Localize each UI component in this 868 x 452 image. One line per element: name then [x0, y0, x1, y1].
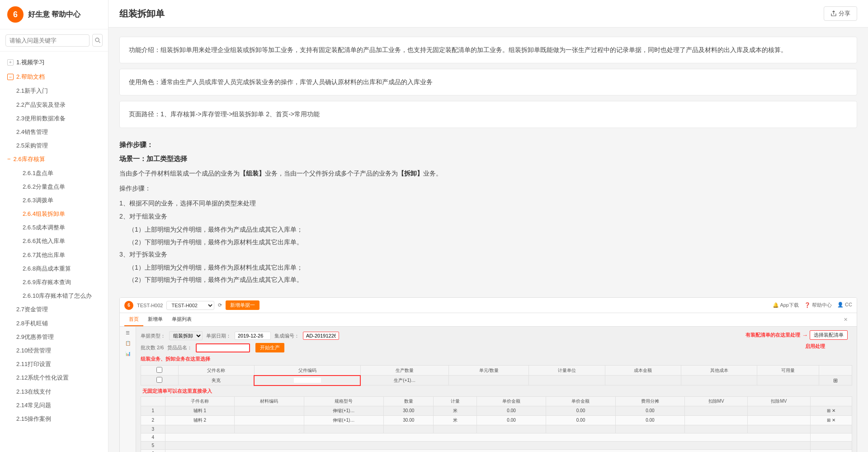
- sidebar-item-video[interactable]: + 1.视频学习: [0, 55, 108, 70]
- svg-point-0: [95, 38, 99, 42]
- screenshot-area: 6 TEST-H002 TEST-H002 ⟳ 新增单据一 🔔 App下载 ❓ …: [119, 297, 857, 452]
- page-title: 组装拆卸单: [119, 8, 165, 20]
- sidebar-item-assembly[interactable]: 2.6.4组装拆卸单: [0, 207, 108, 221]
- ss-bth-uom: 计量: [434, 396, 477, 406]
- sidebar-item-settings[interactable]: 2.12系统个性化设置: [0, 371, 108, 385]
- sidebar-item-docs[interactable]: − 2.帮助文档: [0, 70, 108, 84]
- sidebar-item-payment[interactable]: 2.13在线支付: [0, 385, 108, 399]
- ss-btd-mv2-1: [748, 406, 811, 415]
- sidebar-item-install[interactable]: 2.2产品安装及登录: [0, 98, 108, 112]
- ss-btd-cb2: 2: [141, 415, 165, 425]
- ss-pcode-input[interactable]: [294, 378, 321, 383]
- ss-copy-icon2[interactable]: ⊞: [827, 418, 830, 423]
- ss-annotation1-area: 有装配清单的在这里处理 → 选择装配清单: [745, 330, 848, 340]
- ss-btd-mv2-3: [748, 425, 811, 433]
- ss-btd-qty2: 30.00: [384, 415, 434, 425]
- sidebar-item-mobile[interactable]: 2.8手机旺铺: [0, 317, 108, 330]
- sidebar-item-sales[interactable]: 2.4销售管理: [0, 125, 108, 139]
- sidebar-item-data-prep[interactable]: 2.3使用前数据准备: [0, 112, 108, 125]
- app-brand: 好生意 帮助中心: [28, 10, 80, 19]
- sidebar-item-stock-count[interactable]: 2.6.1盘点单: [0, 167, 108, 180]
- sidebar-item-finance[interactable]: 2.7资金管理: [0, 303, 108, 316]
- sidebar-item-print[interactable]: 2.11打印设置: [0, 357, 108, 371]
- sidebar-header: 6 好生意 帮助中心: [0, 0, 108, 29]
- ss-bth-mat-code: 材料编码: [235, 396, 304, 406]
- ss-btd-cb1: 1: [141, 406, 165, 415]
- step1: 1、根据不同的业务，选择不同单据的类型来处理: [119, 198, 857, 209]
- logo-icon: 6: [7, 6, 24, 23]
- ss-goodsname-label: 货品品名：: [167, 344, 192, 351]
- ss-td-ocost1: [681, 376, 757, 385]
- ss-th-parent-name: 父件名称: [178, 366, 254, 376]
- screenshot-inner: 6 TEST-H002 TEST-H002 ⟳ 新增单据一 🔔 App下载 ❓ …: [120, 298, 857, 452]
- ss-nav-new[interactable]: 新增单: [143, 313, 167, 326]
- table-row: 3: [141, 425, 852, 433]
- ss-user-icon: 👤 CC: [837, 302, 852, 309]
- main-header: 组装拆卸单 分享: [108, 0, 868, 28]
- sidebar-item-faq[interactable]: 2.14常见问题: [0, 399, 108, 412]
- ss-btd-p4: 0.00: [546, 415, 615, 425]
- sidebar-item-purchase[interactable]: 2.5采购管理: [0, 139, 108, 152]
- ss-btd-empty6: [165, 449, 810, 452]
- steps-section: 操作步骤： 场景一：加工类型选择 当由多个子件材料组装成一个成品的业务为【组装】…: [119, 133, 857, 290]
- ss-annotation4-text: 无固定清单可以在这里直接录入: [141, 388, 852, 395]
- search-box: [0, 29, 108, 52]
- ss-close-btn[interactable]: ✕: [839, 314, 852, 325]
- ss-top-table: 父件名称 父件编码 生产数量 单元/数量 计量单位 成本金额 其他成本 可用量: [141, 365, 852, 386]
- ss-btd-mv2-2: [748, 415, 811, 425]
- ss-btd-mv1-1: [685, 406, 748, 415]
- sidebar-item-partial-count[interactable]: 2.6.2分量盘点单: [0, 180, 108, 194]
- ss-btd-alloc3: [615, 425, 684, 433]
- ss-btd-mc1: [235, 406, 304, 415]
- ss-btd-uom2: 米: [434, 415, 477, 425]
- step3-2: （2）下部明细为子件明细，最终作为产成品生成其它入库单。: [119, 274, 857, 285]
- sidebar-item-other-in[interactable]: 2.6.6其他入库单: [0, 234, 108, 248]
- sidebar-item-cost-adjust[interactable]: 2.6.5成本调整单: [0, 221, 108, 234]
- ss-goods-input[interactable]: [196, 343, 250, 352]
- sidebar-item-cases[interactable]: 2.15操作案例: [0, 412, 108, 426]
- sidebar-item-other-out[interactable]: 2.6.7其他出库单: [0, 248, 108, 262]
- share-icon: [830, 10, 837, 17]
- sidebar-item-operation[interactable]: 2.10经营管理: [0, 344, 108, 357]
- ss-no-input[interactable]: [303, 332, 339, 340]
- sidebar-item-inventory-query[interactable]: 2.6.9库存账本查询: [0, 276, 108, 289]
- ss-start-btn[interactable]: 开始生产: [255, 343, 284, 352]
- step2-2: （2）下部明细为子件明细，最终作为原材料生成其它出库单。: [119, 237, 857, 248]
- step3-1: （1）上部明细为父件明细，最终作为原材料生成其它出库单；: [119, 262, 857, 273]
- role-block: 使用角色：通常由生产人员或库管人员完成拆装业务的操作，库管人员确认原材料的出库和…: [119, 69, 857, 95]
- share-button[interactable]: 分享: [824, 6, 857, 21]
- sidebar-item-inventory-fix[interactable]: 2.6.10库存账本错了怎么办: [0, 289, 108, 303]
- sidebar-item-coupon[interactable]: 2.9优惠券管理: [0, 330, 108, 344]
- ss-del-icon2[interactable]: ✕: [832, 418, 835, 423]
- sidebar-item-inventory[interactable]: − 2.6库存核算: [0, 152, 108, 166]
- sidebar-item-beginner[interactable]: 2.1新手入门: [0, 84, 108, 98]
- ss-btd-mc3: [235, 425, 304, 433]
- ss-new-btn[interactable]: 新增单据一: [226, 300, 259, 310]
- ss-company-select[interactable]: TEST-H002: [166, 301, 214, 310]
- ss-date-input[interactable]: [235, 332, 271, 340]
- ss-gap: [141, 355, 852, 363]
- ss-btn-select-template[interactable]: 选择装配清单: [810, 330, 848, 340]
- ss-nav-home[interactable]: 首页: [124, 313, 143, 326]
- expand-icon: +: [7, 59, 14, 66]
- ss-btd-cn2: 辅料 2: [165, 415, 234, 425]
- sidebar-item-cost-recalc[interactable]: 2.6.8商品成本重算: [0, 262, 108, 276]
- ss-btd-mv1-2: [685, 415, 748, 425]
- ss-expand-icon[interactable]: ⊞: [833, 377, 838, 384]
- ss-del-icon[interactable]: ✕: [832, 408, 835, 413]
- ss-company: TEST-H002: [137, 303, 163, 308]
- ss-btd-empty5: [165, 441, 810, 449]
- ss-select-all[interactable]: [156, 367, 162, 373]
- ss-bth-child-name: 子件名称: [165, 396, 234, 406]
- search-input[interactable]: [5, 34, 90, 47]
- sidebar-item-transfer[interactable]: 2.6.3调拨单: [0, 194, 108, 207]
- ss-th-available: 可用量: [757, 366, 819, 376]
- search-button[interactable]: [92, 34, 103, 47]
- ss-copy-icon[interactable]: ⊞: [827, 408, 830, 413]
- ss-btd-act6: [810, 449, 852, 452]
- ss-nav-list[interactable]: 单据列表: [167, 313, 196, 326]
- ss-bth-alloc: 费用分摊: [615, 396, 684, 406]
- ss-arrow1: →: [802, 332, 808, 338]
- ss-type-select[interactable]: 组装拆卸: [169, 331, 203, 340]
- ss-sidebar-icon3: 📊: [125, 351, 131, 356]
